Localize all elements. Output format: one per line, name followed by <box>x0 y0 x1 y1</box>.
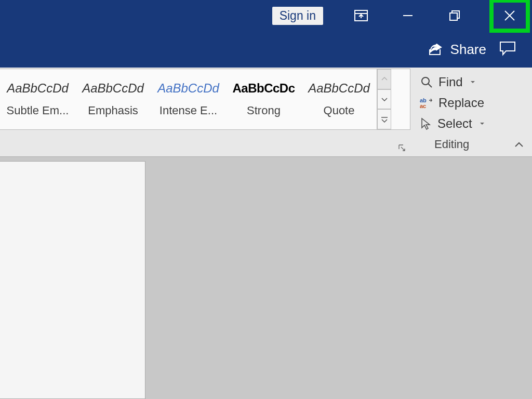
restore-button[interactable] <box>437 0 471 31</box>
style-label: Quote <box>324 104 355 117</box>
style-strong[interactable]: AaBbCcDc Strong <box>226 69 301 129</box>
sign-in-button[interactable]: Sign in <box>272 7 323 25</box>
styles-scroll-down-button[interactable] <box>377 89 391 110</box>
styles-expand-button[interactable] <box>377 109 391 129</box>
styles-pane: AaBbCcDd Subtle Em... AaBbCcDd Emphasis … <box>0 68 410 156</box>
expand-gallery-icon <box>381 116 388 123</box>
style-preview: AaBbCcDd <box>7 81 69 96</box>
ribbon-display-options-button[interactable] <box>344 0 378 31</box>
style-label: Strong <box>247 104 281 117</box>
dialog-launcher-icon <box>398 144 406 152</box>
style-quote[interactable]: AaBbCcDd Quote <box>301 69 377 129</box>
style-label: Subtle Em... <box>7 104 69 117</box>
find-label: Find <box>438 75 463 89</box>
style-label: Emphasis <box>88 104 138 117</box>
styles-gallery: AaBbCcDd Subtle Em... AaBbCcDd Emphasis … <box>0 69 410 130</box>
svg-rect-3 <box>450 13 457 20</box>
share-button[interactable]: Share <box>428 42 486 58</box>
svg-point-7 <box>422 77 429 85</box>
collapse-ribbon-button[interactable] <box>514 138 524 151</box>
restore-icon <box>448 9 461 22</box>
close-icon <box>503 9 516 22</box>
replace-icon: ab ac <box>420 97 433 109</box>
titlebar: Sign in <box>0 0 532 68</box>
ribbon: AaBbCcDd Subtle Em... AaBbCcDd Emphasis … <box>0 68 532 157</box>
cursor-icon <box>420 117 432 130</box>
comment-icon <box>499 41 516 56</box>
style-intense-emphasis[interactable]: AaBbCcDd Intense E... <box>151 69 226 129</box>
chevron-down-icon <box>381 97 388 101</box>
select-label: Select <box>437 116 472 131</box>
share-label: Share <box>450 42 486 58</box>
svg-text:ac: ac <box>420 103 426 109</box>
editing-pane: Find ab ac Replace Select Editing <box>410 68 532 156</box>
ribbon-display-icon <box>354 10 368 21</box>
chevron-up-icon <box>514 142 524 148</box>
style-preview: AaBbCcDd <box>308 81 370 96</box>
style-preview: AaBbCcDc <box>232 81 295 96</box>
find-button[interactable]: Find <box>420 72 525 92</box>
dropdown-icon <box>480 122 485 126</box>
style-preview: AaBbCcDd <box>82 81 144 96</box>
select-button[interactable]: Select <box>420 113 525 134</box>
close-button-highlight <box>489 0 530 33</box>
replace-button[interactable]: ab ac Replace <box>420 92 525 113</box>
style-label: Intense E... <box>159 104 217 117</box>
dropdown-icon <box>470 80 475 84</box>
replace-label: Replace <box>438 96 484 110</box>
styles-dialog-launcher[interactable] <box>398 144 407 153</box>
styles-scrollbar <box>377 69 391 129</box>
minimize-button[interactable] <box>391 0 424 31</box>
search-icon <box>420 75 433 89</box>
close-button[interactable] <box>494 3 526 29</box>
svg-line-8 <box>428 84 432 87</box>
styles-scroll-up-button[interactable] <box>377 69 391 89</box>
comments-button[interactable] <box>499 41 516 58</box>
style-subtle-emphasis[interactable]: AaBbCcDd Subtle Em... <box>0 69 75 129</box>
document-page[interactable] <box>0 161 145 399</box>
chevron-up-icon <box>381 77 388 81</box>
style-preview: AaBbCcDd <box>157 81 219 96</box>
style-emphasis[interactable]: AaBbCcDd Emphasis <box>75 69 151 129</box>
editing-group-label: Editing <box>434 138 469 151</box>
share-icon <box>428 42 444 57</box>
document-area[interactable] <box>0 157 532 399</box>
minimize-icon <box>402 9 414 22</box>
